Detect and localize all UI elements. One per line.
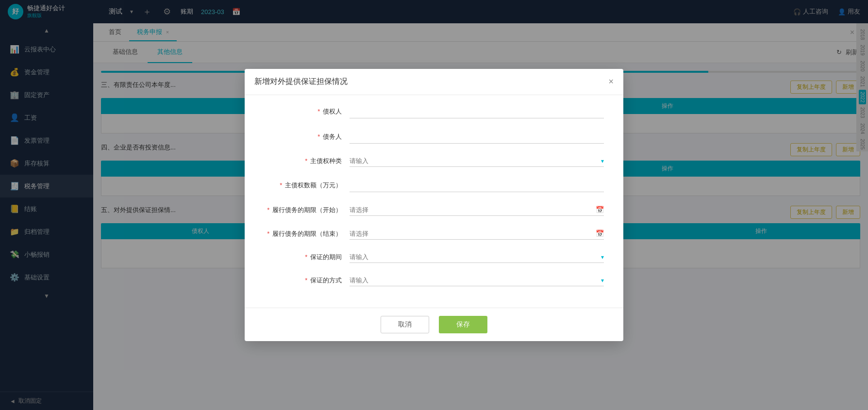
dialog-footer: 取消 保存 <box>245 308 623 341</box>
form-row-guarantee-method: * 保证的方式 ▾ <box>264 275 604 286</box>
date-end-input[interactable] <box>350 230 596 237</box>
req-star-date-end: * <box>267 230 269 237</box>
debt-type-select[interactable]: ▾ <box>350 155 604 167</box>
form-row-debt-amount: * 主债权数额（万元） <box>264 179 604 192</box>
dialog-body: * 债权人 * 债务人 * <box>245 95 623 308</box>
date-start-picker[interactable]: 📅 <box>350 204 604 216</box>
dialog-title: 新增对外提供保证担保情况 <box>254 77 348 87</box>
guarantee-period-label: * 保证的期间 <box>264 253 342 262</box>
req-star-guarantee-method: * <box>305 277 307 284</box>
debt-type-arrow-icon: ▾ <box>601 158 604 164</box>
debtor-input[interactable] <box>350 130 604 144</box>
req-star-date-start: * <box>267 206 269 213</box>
date-end-label: * 履行债务的期限（结束） <box>264 230 342 238</box>
form-row-date-end: * 履行债务的期限（结束） 📅 <box>264 228 604 240</box>
debt-amount-label: * 主债权数额（万元） <box>264 181 342 190</box>
form-row-date-start: * 履行债务的期限（开始） 📅 <box>264 204 604 216</box>
creditor-input[interactable] <box>350 105 604 118</box>
guarantee-period-select[interactable]: ▾ <box>350 251 604 263</box>
add-guarantee-dialog: 新增对外提供保证担保情况 × * 债权人 * 债务人 <box>245 69 623 341</box>
form-row-debtor: * 债务人 <box>264 130 604 144</box>
date-start-label: * 履行债务的期限（开始） <box>264 206 342 214</box>
dialog-close-btn[interactable]: × <box>608 77 614 87</box>
guarantee-period-arrow-icon: ▾ <box>601 254 604 261</box>
form-row-creditor: * 债权人 <box>264 105 604 118</box>
guarantee-method-input[interactable] <box>350 277 601 284</box>
debt-amount-input-wrap <box>350 179 604 192</box>
calendar-end-icon: 📅 <box>596 230 604 237</box>
dialog-header: 新增对外提供保证担保情况 × <box>245 69 623 95</box>
guarantee-method-select[interactable]: ▾ <box>350 275 604 286</box>
debt-type-input[interactable] <box>350 157 601 164</box>
cancel-button[interactable]: 取消 <box>381 316 429 333</box>
req-star-guarantee-period: * <box>305 253 307 261</box>
form-row-guarantee-period: * 保证的期间 ▾ <box>264 251 604 263</box>
creditor-label: * 债权人 <box>264 107 342 116</box>
req-star-debt-amount: * <box>280 181 282 189</box>
date-start-input[interactable] <box>350 206 596 213</box>
save-button[interactable]: 保存 <box>439 316 487 333</box>
debtor-input-wrap <box>350 130 604 144</box>
req-star-debt-type: * <box>305 157 307 164</box>
debtor-label: * 债务人 <box>264 132 342 141</box>
req-star-creditor: * <box>317 108 320 115</box>
guarantee-period-input[interactable] <box>350 253 601 261</box>
calendar-start-icon: 📅 <box>596 206 604 213</box>
guarantee-method-arrow-icon: ▾ <box>601 277 604 284</box>
date-end-picker[interactable]: 📅 <box>350 228 604 240</box>
req-star-debtor: * <box>317 133 320 140</box>
debt-amount-input[interactable] <box>350 179 604 192</box>
creditor-input-wrap <box>350 105 604 118</box>
form-row-debt-type: * 主债权种类 ▾ <box>264 155 604 167</box>
guarantee-method-label: * 保证的方式 <box>264 276 342 285</box>
debt-type-label: * 主债权种类 <box>264 157 342 165</box>
dialog-overlay: 新增对外提供保证担保情况 × * 债权人 * 债务人 <box>0 0 868 410</box>
